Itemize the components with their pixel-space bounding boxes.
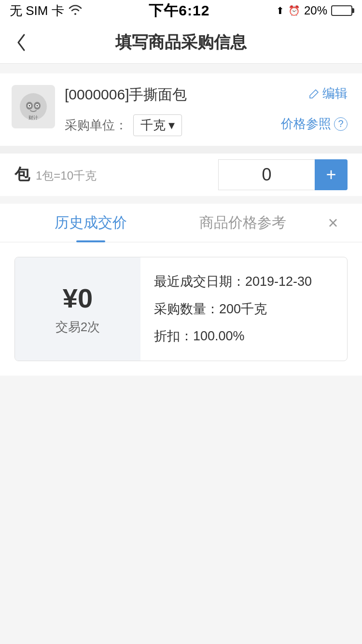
status-bar: 无 SIM 卡 下午6:12 ⬆ ⏰ 20% xyxy=(0,0,362,21)
battery-pct-text: 20% xyxy=(304,4,327,17)
svg-point-6 xyxy=(37,105,38,107)
edit-button[interactable]: 编辑 xyxy=(309,85,348,102)
carrier-text: 无 SIM 卡 xyxy=(10,2,64,19)
sheet-tabs: 历史成交价 商品价格参考 × xyxy=(0,204,362,242)
wifi-icon xyxy=(68,3,83,18)
price-display: ¥0 xyxy=(63,282,93,314)
alarm-icon: ⏰ xyxy=(288,5,300,16)
quantity-row: 包 1包=10千克 0 + xyxy=(0,154,362,196)
quantity-plus-button[interactable]: + xyxy=(315,159,348,190)
price-ref-button[interactable]: 价格参照 ? xyxy=(281,115,348,132)
status-left: 无 SIM 卡 xyxy=(10,2,83,19)
recent-date-label: 最近成交日期： xyxy=(154,274,245,289)
tab-price-reference[interactable]: 商品价格参考 xyxy=(167,204,319,242)
history-content: ¥0 交易2次 最近成交日期：2019-12-30 采购数量：200千克 折扣：… xyxy=(0,242,362,376)
time-display: 下午6:12 xyxy=(149,1,209,21)
svg-point-5 xyxy=(29,105,30,107)
help-icon: ? xyxy=(334,117,348,131)
unit-select[interactable]: 千克 ▾ xyxy=(133,114,182,136)
card-price-section: ¥0 交易2次 xyxy=(15,257,140,361)
purchase-qty-row: 采购数量：200千克 xyxy=(154,299,334,319)
back-button[interactable] xyxy=(0,21,42,64)
unit-arrow-icon: ▾ xyxy=(168,118,175,133)
qty-unit-char: 包 xyxy=(14,164,30,185)
status-right: ⬆ ⏰ 20% xyxy=(276,4,352,17)
quantity-label: 包 1包=10千克 xyxy=(14,164,97,185)
purchase-qty-value: 200千克 xyxy=(219,302,267,316)
quantity-input[interactable]: 0 xyxy=(218,159,315,190)
recent-date-row: 最近成交日期：2019-12-30 xyxy=(154,272,334,292)
qty-conversion: 1包=10千克 xyxy=(36,168,97,183)
tab-indicator xyxy=(76,240,105,242)
trade-count: 交易2次 xyxy=(56,319,100,336)
unit-label: 采购单位： xyxy=(65,117,127,134)
history-card: ¥0 交易2次 最近成交日期：2019-12-30 采购数量：200千克 折扣：… xyxy=(14,257,348,361)
tab-history-price[interactable]: 历史成交价 xyxy=(14,204,167,242)
discount-label: 折扣： xyxy=(154,329,193,343)
sheet-close-button[interactable]: × xyxy=(319,209,348,238)
quantity-input-group: 0 + xyxy=(218,159,348,190)
section-divider xyxy=(0,146,362,154)
product-thumbnail: 财计 xyxy=(12,85,55,128)
discount-value: 100.00% xyxy=(193,329,245,343)
svg-text:财计: 财计 xyxy=(28,115,38,120)
bottom-sheet: 历史成交价 商品价格参考 × ¥0 交易2次 最近成交日期：2019-12-30… xyxy=(0,204,362,376)
card-detail-section: 最近成交日期：2019-12-30 采购数量：200千克 折扣：100.00% xyxy=(140,257,347,361)
location-icon: ⬆ xyxy=(276,5,284,16)
nav-bar: 填写商品采购信息 xyxy=(0,21,362,64)
purchase-qty-label: 采购数量： xyxy=(154,302,219,316)
battery-icon xyxy=(331,5,352,16)
product-name: [0000006]手撕面包 xyxy=(65,85,187,105)
page-title: 填写商品采购信息 xyxy=(115,31,247,54)
discount-row: 折扣：100.00% xyxy=(154,326,334,346)
recent-date-value: 2019-12-30 xyxy=(245,274,312,289)
product-card: 财计 [0000006]手撕面包 采购单位： 千克 ▾ 编辑 xyxy=(0,73,362,146)
